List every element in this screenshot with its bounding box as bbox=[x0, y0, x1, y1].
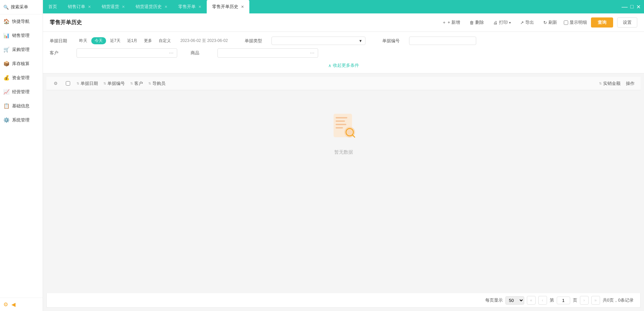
prev-page-btn[interactable]: ‹ bbox=[538, 296, 547, 305]
date-range-display: 2023-06-02 至 2023-06-02 bbox=[180, 38, 228, 44]
print-button[interactable]: 🖨 打印 ▾ bbox=[491, 18, 513, 27]
sidebar-item-label: 基础信息 bbox=[12, 103, 30, 109]
display-detail-checkbox[interactable] bbox=[564, 20, 568, 25]
date-btn-1month[interactable]: 近1月 bbox=[125, 37, 140, 44]
sidebar-item-purchase-mgmt[interactable]: 🛒 采购管理 bbox=[0, 43, 43, 57]
number-filter-input[interactable] bbox=[409, 37, 476, 45]
tab-retail-history[interactable]: 零售开单历史 ✕ bbox=[207, 0, 249, 13]
table-header: ⚙ ⇅ 单据日期 ⇅ 单据编号 ⇅ 客户 bbox=[46, 77, 641, 90]
sidebar-item-system-mgmt[interactable]: ⚙️ 系统管理 bbox=[0, 113, 43, 127]
box-icon: 📦 bbox=[3, 61, 9, 67]
tab-retail-history-label: 零售开单历史 bbox=[212, 4, 238, 10]
tab-retail-history-close[interactable]: ✕ bbox=[241, 5, 244, 9]
sidebar: 🔍 搜索采单 🏠 快捷导航 📊 销售管理 🛒 采购管理 📦 库存核算 💰 资金管… bbox=[0, 0, 43, 311]
type-filter-label: 单据类型 bbox=[245, 38, 265, 44]
add-button[interactable]: ＋ + 新增 bbox=[439, 18, 463, 27]
product-ellipsis-btn[interactable]: ··· bbox=[310, 50, 314, 56]
table-scroll: 暂无数据 bbox=[46, 90, 641, 293]
sidebar-item-inventory[interactable]: 📦 库存核算 bbox=[0, 57, 43, 71]
tab-sales-return-history-close[interactable]: ✕ bbox=[164, 5, 167, 9]
th-number-label: 单据编号 bbox=[107, 81, 125, 87]
th-date[interactable]: ⇅ 单据日期 bbox=[74, 81, 101, 87]
product-filter-input[interactable]: ··· bbox=[217, 48, 318, 58]
window-close[interactable]: ✕ bbox=[636, 4, 641, 10]
date-btn-7days[interactable]: 近7天 bbox=[107, 37, 123, 44]
sidebar-item-finance[interactable]: 💰 资金管理 bbox=[0, 71, 43, 85]
date-btn-custom[interactable]: 自定义 bbox=[156, 37, 174, 44]
toolbar: ＋ + 新增 🗑 删除 🖨 打印 ▾ ↗ 导出 ↻ bbox=[439, 17, 637, 28]
query-button[interactable]: 查询 bbox=[591, 17, 613, 28]
date-btn-today[interactable]: 今天 bbox=[91, 37, 106, 44]
th-guide-sort-icon: ⇅ bbox=[148, 82, 151, 85]
th-customer[interactable]: ⇅ 客户 bbox=[128, 81, 146, 87]
tab-sales-order-label: 销售订单 bbox=[68, 4, 85, 10]
delete-label: 删除 bbox=[475, 19, 484, 25]
sidebar-search[interactable]: 🔍 搜索采单 bbox=[0, 0, 43, 14]
doc-icon: 📋 bbox=[3, 103, 9, 109]
sidebar-item-quick-nav[interactable]: 🏠 快捷导航 bbox=[0, 14, 43, 29]
type-filter-select[interactable]: ▾ bbox=[271, 37, 365, 45]
tab-sales-order-close[interactable]: ✕ bbox=[88, 5, 91, 9]
customer-ellipsis-btn[interactable]: ··· bbox=[169, 50, 174, 56]
th-number[interactable]: ⇅ 单据编号 bbox=[101, 81, 128, 87]
page-prefix-label: 第 bbox=[550, 297, 554, 303]
date-btn-yesterday[interactable]: 昨天 bbox=[77, 37, 90, 44]
sidebar-item-basic-info[interactable]: 📋 基础信息 bbox=[0, 99, 43, 113]
last-page-btn[interactable]: » bbox=[591, 296, 600, 305]
next-page-btn[interactable]: › bbox=[580, 296, 589, 305]
th-amount-sort-icon: ⇅ bbox=[599, 82, 602, 85]
print-dropdown-icon: ▾ bbox=[509, 21, 511, 24]
th-customer-sort-icon: ⇅ bbox=[130, 82, 133, 85]
content: 零售开单历史 ＋ + 新增 🗑 删除 🖨 打印 ▾ ↗ 导出 bbox=[43, 13, 644, 311]
page-title: 零售开单历史 bbox=[50, 19, 82, 26]
print-label: 打印 bbox=[499, 19, 508, 25]
collapse-filter-bar[interactable]: ∧ 收起更多条件 bbox=[50, 61, 637, 70]
th-number-sort-icon: ⇅ bbox=[103, 82, 106, 85]
page-suffix-label: 页 bbox=[573, 297, 577, 303]
empty-state: 暂无数据 bbox=[46, 90, 641, 169]
window-minimize[interactable]: — bbox=[622, 3, 628, 10]
tab-home[interactable]: 首页 bbox=[43, 0, 62, 13]
page-number-input[interactable] bbox=[557, 297, 570, 304]
print-icon: 🖨 bbox=[493, 20, 498, 25]
tab-sales-order[interactable]: 销售订单 ✕ bbox=[62, 0, 96, 13]
first-page-btn[interactable]: « bbox=[527, 296, 536, 305]
settings-bottom-icon[interactable]: ⚙ bbox=[3, 301, 8, 308]
sidebar-item-sales-mgmt[interactable]: 📊 销售管理 bbox=[0, 29, 43, 43]
date-btn-more[interactable]: 更多 bbox=[141, 37, 155, 44]
tab-sales-return-label: 销货退货 bbox=[102, 4, 119, 10]
trending-icon: 📈 bbox=[3, 89, 9, 95]
chart-icon: 📊 bbox=[3, 33, 9, 39]
table-select-all[interactable] bbox=[62, 81, 74, 86]
tab-retail-open[interactable]: 零售开单 ✕ bbox=[173, 0, 207, 13]
tab-bar: 首页 销售订单 ✕ 销货退货 ✕ 销货退货历史 ✕ 零售开单 ✕ 零售开单历史 … bbox=[43, 0, 644, 13]
th-customer-label: 客户 bbox=[134, 81, 143, 87]
window-maximize[interactable]: □ bbox=[630, 4, 634, 10]
table-settings-icon[interactable]: ⚙ bbox=[50, 81, 62, 86]
delete-button[interactable]: 🗑 删除 bbox=[467, 18, 487, 27]
empty-text: 暂无数据 bbox=[334, 149, 353, 155]
display-detail-toggle[interactable]: 显示明细 bbox=[564, 19, 587, 25]
export-label: 导出 bbox=[525, 19, 534, 25]
tab-retail-open-close[interactable]: ✕ bbox=[198, 5, 201, 9]
tab-sales-return-close[interactable]: ✕ bbox=[122, 5, 125, 9]
th-amount[interactable]: ⇅ 实销金额 bbox=[596, 81, 623, 87]
svg-rect-2 bbox=[336, 120, 345, 122]
select-all-checkbox[interactable] bbox=[66, 81, 70, 86]
per-page-select[interactable]: 50 10 20 100 bbox=[505, 296, 524, 305]
export-button[interactable]: ↗ 导出 bbox=[517, 18, 537, 27]
empty-icon bbox=[327, 110, 360, 144]
customer-filter-input[interactable]: ··· bbox=[77, 48, 177, 58]
add-label: + 新增 bbox=[448, 19, 460, 25]
page-header: 零售开单历史 ＋ + 新增 🗑 删除 🖨 打印 ▾ ↗ 导出 bbox=[43, 13, 644, 32]
cart-icon: 🛒 bbox=[3, 47, 9, 53]
export-icon: ↗ bbox=[520, 20, 524, 25]
tab-sales-return-history[interactable]: 销货退货历史 ✕ bbox=[130, 0, 173, 13]
collapse-label: 收起更多条件 bbox=[333, 62, 359, 68]
collapse-sidebar-icon[interactable]: ◀ bbox=[11, 301, 15, 308]
settings-button[interactable]: 设置 bbox=[617, 17, 637, 28]
th-guide[interactable]: ⇅ 导购员 bbox=[146, 81, 168, 87]
refresh-button[interactable]: ↻ 刷新 bbox=[541, 18, 560, 27]
sidebar-item-operations[interactable]: 📈 经营管理 bbox=[0, 85, 43, 99]
tab-sales-return[interactable]: 销货退货 ✕ bbox=[96, 0, 130, 13]
